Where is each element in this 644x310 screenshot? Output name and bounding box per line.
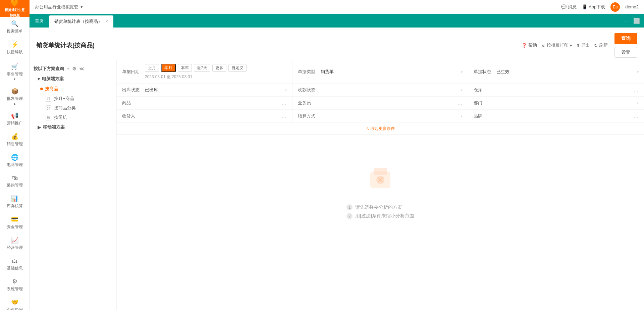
messages-btn[interactable]: 💬 消息 <box>561 4 577 10</box>
export-btn[interactable]: ⬆ 导出 <box>576 42 590 48</box>
doctype-value[interactable]: 销货单 ▾ <box>321 69 463 75</box>
tab-home[interactable]: 首页 <box>30 14 49 28</box>
sidebar-item-marketing[interactable]: 📢 营销推广 <box>0 109 29 130</box>
sidebar-item-purchase[interactable]: 🛍 采购管理 <box>0 171 29 192</box>
search-icon: 🔍 <box>11 20 18 28</box>
app-logo[interactable]: 🧡 畅捷通好生意 标账版 <box>0 0 30 17</box>
tree-item-by-category[interactable]: 分 按商品分类 <box>34 103 116 113</box>
payment-value[interactable]: ▾ <box>321 88 463 92</box>
help-icon: ❓ <box>522 43 527 48</box>
sidebar-item-inventory[interactable]: 📊 库存核算 <box>0 192 29 212</box>
tree-item-by-product-label: 按商品 <box>45 86 58 92</box>
docstatus-label: 单据状态 <box>474 69 494 75</box>
print-arrow: ▾ <box>570 43 572 48</box>
date-tab-more[interactable]: 更多 <box>212 64 226 72</box>
scheme-settings-btn[interactable]: ⚙ <box>72 66 76 71</box>
message-icon: 💬 <box>561 4 567 9</box>
tree-group-mobile: ▶ 移动端方案 <box>30 122 116 132</box>
collapse-label: ∧ 收起更多条件 <box>366 126 394 131</box>
warehouse-dots[interactable]: … <box>633 87 639 93</box>
filter-date-col: 单据日期 上月 本月 本年 近7天 更多 自定义 2023-03-01 至 20… <box>117 60 292 83</box>
sidebar-ecommerce-label: 电商管理 <box>7 162 23 168</box>
date-tab-current-year[interactable]: 本年 <box>178 64 192 72</box>
help-btn[interactable]: ❓ 帮助 <box>522 42 537 48</box>
messages-label: 消息 <box>568 4 577 10</box>
sidebar-item-sales[interactable]: 💰 销售管理 <box>0 130 29 150</box>
tree-item-by-month-product[interactable]: 月 按月+商品 <box>34 94 116 103</box>
enterprise-icon: 🤝 <box>11 299 18 306</box>
sidebar-item-system[interactable]: ⚙ 系统管理 <box>0 274 29 295</box>
add-scheme-btn[interactable]: + <box>67 66 69 71</box>
sidebar-item-enterprise[interactable]: 🤝 企业协同 <box>0 295 29 310</box>
breadcrumb-text: 办公用品行业模拟账套 <box>35 4 78 10</box>
tab-home-label: 首页 <box>35 18 44 24</box>
filter-warehouse-col: 仓库 … <box>468 84 644 96</box>
filter-row-1: 单据日期 上月 本月 本年 近7天 更多 自定义 2023-03-01 至 20… <box>117 60 644 84</box>
query-button[interactable]: 查询 <box>614 33 637 44</box>
docstatus-value[interactable]: 已生效 ▾ <box>496 69 639 75</box>
date-tab-custom[interactable]: 自定义 <box>228 64 247 72</box>
warehouseout-text: 已出库 <box>145 87 158 93</box>
date-tab-current-month[interactable]: 本月 <box>161 64 176 72</box>
sidebar-quicknav-label: 快捷导航 <box>7 49 23 55</box>
sidebar-item-quicknav[interactable]: ⚡ 快捷导航 <box>0 38 29 58</box>
hint-num-2: 2 <box>346 213 353 219</box>
paymethod-value[interactable]: ▾ <box>321 114 463 118</box>
username: demo2 <box>625 4 639 9</box>
tree-group-desktop-header[interactable]: ▾ 电脑端方案 <box>34 74 116 84</box>
sidebar-item-basics[interactable]: 🗂 基础信息 <box>0 254 29 274</box>
print-btn[interactable]: 🖨 按模板打印 ▾ <box>541 42 572 48</box>
sidebar-basics-label: 基础信息 <box>7 265 23 271</box>
sidebar-item-operations[interactable]: 📈 经营管理 <box>0 233 29 254</box>
tab-close-icon[interactable]: × <box>106 19 108 24</box>
refresh-btn[interactable]: ↻ 刷新 <box>594 42 608 48</box>
download-icon: 📱 <box>582 4 587 9</box>
filter-paymethod-col: 结算方式 ▾ <box>292 110 468 122</box>
warehouseout-arrow: ▾ <box>285 88 287 92</box>
avatar[interactable]: Ea <box>610 2 620 12</box>
product-dots[interactable]: … <box>281 100 287 106</box>
inventory-icon: 📊 <box>11 195 18 202</box>
maximize-btn[interactable]: ⬜ <box>632 16 641 25</box>
date-tab-7days[interactable]: 近7天 <box>194 64 210 72</box>
date-tab-prev-month[interactable]: 上月 <box>145 64 159 72</box>
sidebar-item-search[interactable]: 🔍 搜索菜单 <box>0 17 29 38</box>
tree-item-by-cashier[interactable]: 按 按司机 <box>34 113 116 122</box>
svg-rect-1 <box>374 168 387 175</box>
collapse-panel-btn[interactable]: ≪ <box>79 66 84 71</box>
salesperson-value[interactable]: … <box>321 100 463 106</box>
avatar-initials: Ea <box>613 5 618 9</box>
category-icon: 分 <box>46 105 51 111</box>
tree-group-mobile-header[interactable]: ▶ 移动端方案 <box>34 122 116 132</box>
dept-value[interactable]: ▾ <box>496 101 639 105</box>
minimize-btn[interactable]: — <box>623 16 631 25</box>
receiver-value[interactable]: … <box>145 113 287 119</box>
wholesale-expand-icon: ▴ <box>14 102 15 105</box>
receiver-dots[interactable]: … <box>281 113 287 119</box>
empty-hints: 1 请先选择要分析的方案 2 用[过滤]条件来缩小分析范围 <box>346 204 414 219</box>
brand-value[interactable]: … <box>496 113 639 119</box>
filter-receiver-col: 收货人 … <box>117 110 292 122</box>
tab-report[interactable]: 销货单统计表（按商品） × <box>49 15 113 28</box>
filter-brand-col: 品牌 … <box>468 110 644 122</box>
tree-item-by-product[interactable]: 按商品 <box>34 84 116 94</box>
settings-button[interactable]: 设置 <box>614 47 637 58</box>
empty-hint-1: 1 请先选择要分析的方案 <box>346 204 414 210</box>
product-value[interactable]: … <box>145 100 287 106</box>
sidebar-item-finance[interactable]: 💳 资金管理 <box>0 212 29 233</box>
sidebar-finance-label: 资金管理 <box>7 224 23 230</box>
sidebar-item-ecommerce[interactable]: 🌐 电商管理 <box>0 150 29 171</box>
print-label: 按模板打印 <box>547 42 569 48</box>
sidebar-item-retail[interactable]: 🛒 零售管理 ▾ <box>0 60 29 84</box>
warehouseout-value[interactable]: 已出库 ▾ <box>145 87 287 93</box>
app-download-btn[interactable]: 📱 App下载 <box>582 4 605 10</box>
cashier-icon: 按 <box>46 115 51 120</box>
export-icon: ⬆ <box>576 43 580 48</box>
salesperson-dots[interactable]: … <box>457 100 463 106</box>
warehouse-value[interactable]: … <box>496 87 639 93</box>
finance-icon: 💳 <box>11 216 18 223</box>
brand-dots[interactable]: … <box>633 113 639 119</box>
sidebar-item-wholesale[interactable]: 📦 批发管理 ▴ <box>0 84 29 109</box>
collapse-bar[interactable]: ∧ 收起更多条件 <box>117 123 644 134</box>
page-header-actions: ❓ 帮助 🖨 按模板打印 ▾ ⬆ 导出 ↻ 刷新 查询 <box>522 33 637 58</box>
